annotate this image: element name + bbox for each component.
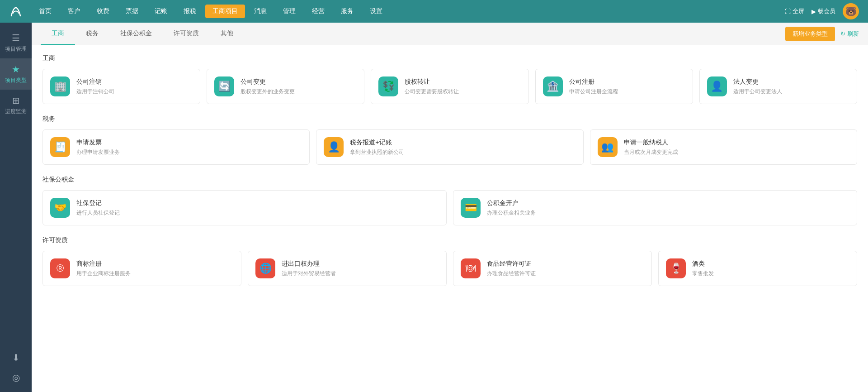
add-business-type-button[interactable]: 新增业务类型 [785,27,835,41]
nav-item-首页[interactable]: 首页 [32,5,59,18]
nav-item-收费[interactable]: 收费 [90,5,117,18]
card-desc-股权转让: 公司变更需要股权转让 [405,88,521,96]
section-工商: 工商🏢公司注销适用于注销公司🔄公司变更股权变更外的业务变更💱股权转让公司变更需要… [42,54,857,104]
nav-item-设置[interactable]: 设置 [363,5,390,18]
card-icon-公司注销: 🏢 [50,76,70,96]
card-法人变更[interactable]: 👤法人变更适用于公司变更法人 [699,69,857,104]
sidebar: ☰ 项目管理 ★ 项目类型 ⊞ 进度监测 ⬇ ◎ [0,23,32,392]
card-公司变更[interactable]: 🔄公司变更股权变更外的业务变更 [207,69,364,104]
sidebar-download-btn[interactable]: ⬇ [0,348,32,368]
tabs: 工商税务社保公积金许可资质其他 [41,23,244,45]
card-info-公司变更: 公司变更股权变更外的业务变更 [241,78,357,96]
tab-社保公积金[interactable]: 社保公积金 [109,23,163,45]
card-title-商标注册: 商标注册 [76,260,234,268]
nav-items: 首页客户收费票据记账报税工商项目消息管理经营服务设置 [27,5,785,18]
card-icon-食品经营许可证: 🍽 [461,258,481,278]
content-scroll: 工商🏢公司注销适用于注销公司🔄公司变更股权变更外的业务变更💱股权转让公司变更需要… [32,45,868,392]
card-申请发票[interactable]: 🧾申请发票办理申请发票业务 [42,129,310,165]
project-mgmt-icon: ☰ [12,33,20,43]
section-税务: 税务🧾申请发票办理申请发票业务👤税务报道+记账拿到营业执照的新公司👥申请一般纳税… [42,115,857,165]
card-公司注销[interactable]: 🏢公司注销适用于注销公司 [42,69,200,104]
card-icon-酒类: 🍷 [666,258,686,278]
tab-税务[interactable]: 税务 [75,23,109,45]
card-info-申请一般纳税人: 申请一般纳税人当月或次月成变更完成 [624,139,849,156]
section-title-税务: 税务 [42,115,857,123]
sidebar-item-project-mgmt-label: 项目管理 [5,45,27,53]
card-icon-股权转让: 💱 [378,76,398,96]
nav-item-报税[interactable]: 报税 [176,5,203,18]
fullscreen-label: 全屏 [793,7,804,15]
nav-item-服务[interactable]: 服务 [334,5,361,18]
card-desc-法人变更: 适用于公司变更法人 [733,88,849,96]
card-title-公司变更: 公司变更 [241,78,357,86]
card-title-申请发票: 申请发票 [76,139,302,147]
card-info-申请发票: 申请发票办理申请发票业务 [76,139,302,156]
card-公司注册[interactable]: 🏦公司注册申请公司注册全流程 [535,69,693,104]
nav-item-票据[interactable]: 票据 [118,5,146,18]
card-desc-酒类: 零售批发 [692,270,849,277]
card-title-申请一般纳税人: 申请一般纳税人 [624,139,849,147]
card-title-税务报道+记账: 税务报道+记账 [350,139,576,147]
card-title-股权转让: 股权转让 [405,78,521,86]
section-title-工商: 工商 [42,54,857,62]
fullscreen-btn[interactable]: ⛶ 全屏 [785,7,804,15]
refresh-label: 刷新 [847,30,859,38]
card-股权转让[interactable]: 💱股权转让公司变更需要股权转让 [371,69,528,104]
card-酒类[interactable]: 🍷酒类零售批发 [658,251,857,286]
card-info-税务报道+记账: 税务报道+记账拿到营业执照的新公司 [350,139,576,156]
vip-label: 畅会员 [818,7,835,15]
card-icon-税务报道+记账: 👤 [324,137,344,157]
sidebar-item-progress[interactable]: ⊞ 进度监测 [0,90,32,121]
card-title-公积金开户: 公积金开户 [487,199,849,207]
card-desc-公司注销: 适用于注销公司 [76,88,193,96]
nav-item-管理[interactable]: 管理 [276,5,303,18]
section-社保公积金: 社保公积金🤝社保登记进行人员社保登记💳公积金开户办理公积金相关业务 [42,176,857,225]
tab-工商[interactable]: 工商 [41,23,75,45]
card-icon-公司变更: 🔄 [214,76,234,96]
card-desc-税务报道+记账: 拿到营业执照的新公司 [350,148,576,156]
card-title-酒类: 酒类 [692,260,849,268]
cards-grid-税务: 🧾申请发票办理申请发票业务👤税务报道+记账拿到营业执照的新公司👥申请一般纳税人当… [42,129,857,165]
tab-其他[interactable]: 其他 [210,23,244,45]
card-title-社保登记: 社保登记 [76,199,439,207]
cards-grid-社保公积金: 🤝社保登记进行人员社保登记💳公积金开户办理公积金相关业务 [42,190,857,225]
vip-btn[interactable]: ▶ 畅会员 [811,7,835,15]
nav-item-记账[interactable]: 记账 [147,5,175,18]
card-title-食品经营许可证: 食品经营许可证 [487,260,644,268]
refresh-button[interactable]: ↻ 刷新 [840,30,859,38]
tab-许可资质[interactable]: 许可资质 [163,23,210,45]
card-desc-进出口权办理: 适用于对外贸易经营者 [282,270,439,277]
nav-item-客户[interactable]: 客户 [61,5,88,18]
card-icon-公积金开户: 💳 [461,198,481,218]
nav-item-工商项目[interactable]: 工商项目 [205,5,245,18]
sidebar-item-project-type-label: 项目类型 [5,76,27,84]
sidebar-item-project-mgmt[interactable]: ☰ 项目管理 [0,27,32,58]
card-税务报道+记账[interactable]: 👤税务报道+记账拿到营业执照的新公司 [316,129,583,165]
card-title-法人变更: 法人变更 [733,78,849,86]
card-info-公积金开户: 公积金开户办理公积金相关业务 [487,199,849,217]
card-info-进出口权办理: 进出口权办理适用于对外贸易经营者 [282,260,439,277]
card-desc-申请一般纳税人: 当月或次月成变更完成 [624,148,849,156]
card-申请一般纳税人[interactable]: 👥申请一般纳税人当月或次月成变更完成 [590,129,857,165]
card-食品经营许可证[interactable]: 🍽食品经营许可证办理食品经营许可证 [453,251,652,286]
card-info-社保登记: 社保登记进行人员社保登记 [76,199,439,217]
cards-grid-许可资质: ®商标注册用于企业商标注册服务🌐进出口权办理适用于对外贸易经营者🍽食品经营许可证… [42,251,857,286]
sidebar-item-project-type[interactable]: ★ 项目类型 [0,58,32,90]
card-info-食品经营许可证: 食品经营许可证办理食品经营许可证 [487,260,644,277]
card-info-公司注册: 公司注册申请公司注册全流程 [569,78,685,96]
card-desc-商标注册: 用于企业商标注册服务 [76,270,234,277]
card-info-法人变更: 法人变更适用于公司变更法人 [733,78,849,96]
sidebar-bottom: ⬇ ◎ [0,348,32,392]
sidebar-settings-btn[interactable]: ◎ [0,368,32,387]
card-公积金开户[interactable]: 💳公积金开户办理公积金相关业务 [453,190,857,225]
section-title-许可资质: 许可资质 [42,236,857,244]
card-商标注册[interactable]: ®商标注册用于企业商标注册服务 [42,251,241,286]
card-icon-进出口权办理: 🌐 [255,258,275,278]
nav-item-经营[interactable]: 经营 [305,5,332,18]
mascot-avatar[interactable]: 🐻 [843,3,859,19]
card-社保登记[interactable]: 🤝社保登记进行人员社保登记 [42,190,447,225]
card-进出口权办理[interactable]: 🌐进出口权办理适用于对外贸易经营者 [248,251,447,286]
card-info-商标注册: 商标注册用于企业商标注册服务 [76,260,234,277]
card-desc-食品经营许可证: 办理食品经营许可证 [487,270,644,277]
nav-item-消息[interactable]: 消息 [247,5,274,18]
